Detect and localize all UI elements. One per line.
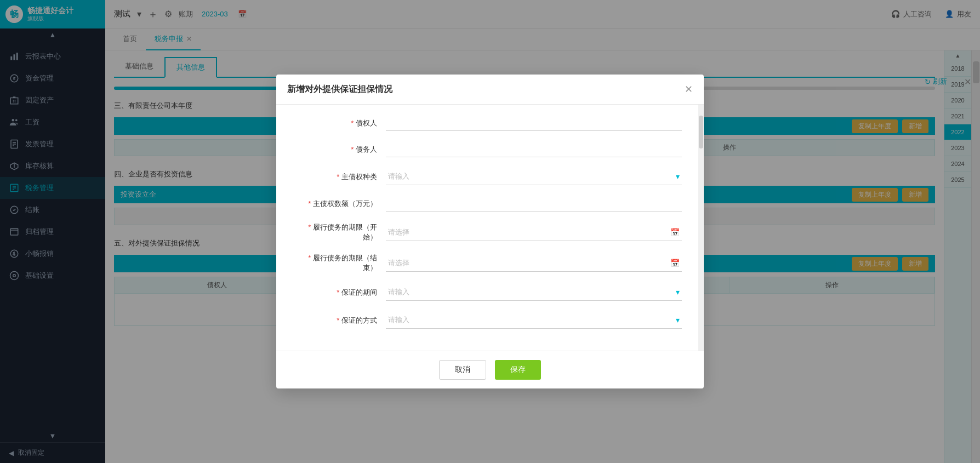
form-group-creditor: * 债权人 bbox=[298, 116, 682, 131]
date-period-start-placeholder: 请选择 bbox=[388, 227, 409, 237]
save-button[interactable]: 保存 bbox=[495, 360, 541, 380]
form-group-guarantee-period: * 保证的期间 请输入 ▾ bbox=[298, 284, 682, 301]
modal-footer: 取消 保存 bbox=[276, 351, 704, 388]
chevron-down-icon-2: ▾ bbox=[676, 288, 680, 296]
select-guarantee-method-placeholder: 请输入 bbox=[388, 315, 409, 325]
date-period-end-placeholder: 请选择 bbox=[388, 258, 409, 268]
label-period-end: * 履行债务的期限（结束） bbox=[298, 253, 386, 273]
label-creditor: * 债权人 bbox=[298, 118, 386, 128]
label-debtor: * 债务人 bbox=[298, 145, 386, 155]
input-debt-amount[interactable] bbox=[386, 196, 682, 212]
form-group-debt-amount: * 主债权数额（万元） bbox=[298, 196, 682, 212]
select-guarantee-period-placeholder: 请输入 bbox=[388, 287, 409, 297]
modal-body: * 债权人 * 债务人 * 主债权种类 请输入 bbox=[276, 105, 704, 351]
select-debt-type-placeholder: 请输入 bbox=[388, 172, 409, 181]
date-period-start[interactable]: 请选择 📅 bbox=[386, 224, 682, 241]
modal-title: 新增对外提供保证担保情况 bbox=[287, 84, 392, 95]
modal-header: 新增对外提供保证担保情况 ✕ bbox=[276, 75, 704, 105]
form-group-period-end: * 履行债务的期限（结束） 请选择 📅 bbox=[298, 253, 682, 273]
date-period-end[interactable]: 请选择 📅 bbox=[386, 255, 682, 272]
select-guarantee-period[interactable]: 请输入 ▾ bbox=[386, 284, 682, 301]
form-group-period-start: * 履行债务的期限（开始） 请选择 📅 bbox=[298, 222, 682, 242]
label-debt-amount: * 主债权数额（万元） bbox=[298, 199, 386, 209]
form-group-debtor: * 债务人 bbox=[298, 142, 682, 157]
modal-close-button[interactable]: ✕ bbox=[685, 83, 693, 95]
modal-dialog: 新增对外提供保证担保情况 ✕ * 债权人 * 债务人 bbox=[276, 75, 704, 388]
calendar-end-icon: 📅 bbox=[670, 259, 680, 267]
calendar-start-icon: 📅 bbox=[670, 228, 680, 237]
label-guarantee-period: * 保证的期间 bbox=[298, 288, 386, 298]
label-period-start: * 履行债务的期限（开始） bbox=[298, 222, 386, 242]
select-debt-type[interactable]: 请输入 ▾ bbox=[386, 168, 682, 185]
chevron-down-icon: ▾ bbox=[676, 172, 680, 181]
modal-scrollbar-thumb[interactable] bbox=[699, 116, 703, 148]
modal-overlay: 新增对外提供保证担保情况 ✕ * 债权人 * 债务人 bbox=[0, 0, 980, 463]
label-guarantee-method: * 保证的方式 bbox=[298, 316, 386, 325]
cancel-button[interactable]: 取消 bbox=[439, 360, 486, 380]
select-guarantee-method[interactable]: 请输入 ▾ bbox=[386, 312, 682, 329]
modal-scrollbar bbox=[698, 105, 704, 351]
chevron-down-icon-3: ▾ bbox=[676, 316, 680, 324]
input-debtor[interactable] bbox=[386, 142, 682, 157]
form-group-guarantee-method: * 保证的方式 请输入 ▾ bbox=[298, 312, 682, 329]
label-debt-type: * 主债权种类 bbox=[298, 172, 386, 182]
input-creditor[interactable] bbox=[386, 116, 682, 131]
form-group-debt-type: * 主债权种类 请输入 ▾ bbox=[298, 168, 682, 185]
